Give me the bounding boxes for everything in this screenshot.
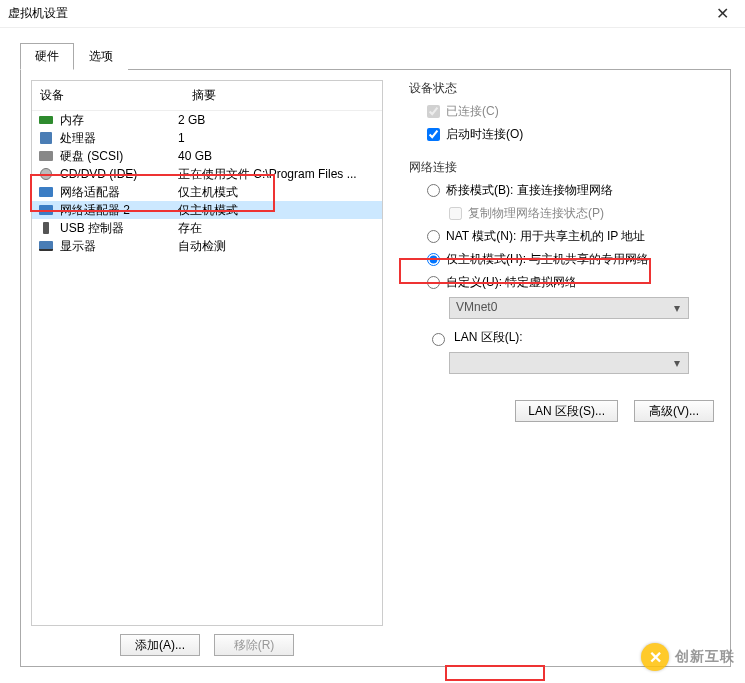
- device-name: 内存: [60, 112, 84, 129]
- device-row-display[interactable]: 显示器 自动检测: [32, 237, 382, 255]
- radio-lan-segment[interactable]: [432, 333, 445, 346]
- device-name: 硬盘 (SCSI): [60, 148, 123, 165]
- connected-label: 已连接(C): [446, 103, 499, 120]
- right-panel: 设备状态 已连接(C) 启动时连接(O) 网络连接 桥接模式(B): 直接连接物…: [403, 80, 720, 656]
- device-summary: 仅主机模式: [178, 202, 376, 219]
- watermark-text: 创新互联: [675, 648, 735, 666]
- device-name: 处理器: [60, 130, 96, 147]
- connect-at-power-row: 启动时连接(O): [427, 126, 714, 143]
- device-summary: 存在: [178, 220, 376, 237]
- radio-nat[interactable]: [427, 230, 440, 243]
- device-header-summary: 摘要: [192, 87, 216, 104]
- display-icon: [38, 239, 54, 253]
- replicate-checkbox: [449, 207, 462, 220]
- radio-bridged-row: 桥接模式(B): 直接连接物理网络: [427, 182, 714, 199]
- close-icon[interactable]: ✕: [708, 4, 737, 23]
- lan-segments-button[interactable]: LAN 区段(S)...: [515, 400, 618, 422]
- device-row-usb[interactable]: USB 控制器 存在: [32, 219, 382, 237]
- highlight-bottom: [445, 665, 545, 681]
- watermark: ✕ 创新互联: [641, 643, 735, 671]
- replicate-label: 复制物理网络连接状态(P): [468, 205, 604, 222]
- device-summary: 正在使用文件 C:\Program Files ...: [178, 166, 376, 183]
- window-title: 虚拟机设置: [8, 5, 708, 22]
- tab-content: 设备 摘要 内存 2 GB 处理器 1 硬盘 (SCSI) 40 GB CD/D…: [20, 69, 731, 667]
- device-name: 网络适配器 2: [60, 202, 130, 219]
- device-list: 设备 摘要 内存 2 GB 处理器 1 硬盘 (SCSI) 40 GB CD/D…: [31, 80, 383, 626]
- device-name: 显示器: [60, 238, 96, 255]
- network-icon: [38, 203, 54, 217]
- watermark-icon: ✕: [641, 643, 669, 671]
- advanced-button[interactable]: 高级(V)...: [634, 400, 714, 422]
- device-row-net1[interactable]: 网络适配器 仅主机模式: [32, 183, 382, 201]
- connected-checkbox-row: 已连接(C): [427, 103, 714, 120]
- device-summary: 自动检测: [178, 238, 376, 255]
- add-button[interactable]: 添加(A)...: [120, 634, 200, 656]
- connect-at-power-checkbox[interactable]: [427, 128, 440, 141]
- lan-segment-row: LAN 区段(L):: [427, 329, 714, 346]
- memory-icon: [38, 113, 54, 127]
- device-header-device: 设备: [40, 87, 192, 104]
- device-header: 设备 摘要: [32, 81, 382, 111]
- network-icon: [38, 185, 54, 199]
- radio-hostonly-label[interactable]: 仅主机模式(H): 与主机共享的专用网络: [446, 251, 649, 268]
- usb-icon: [38, 221, 54, 235]
- radio-hostonly[interactable]: [427, 253, 440, 266]
- radio-custom[interactable]: [427, 276, 440, 289]
- tab-options[interactable]: 选项: [74, 43, 128, 70]
- radio-custom-row: 自定义(U): 特定虚拟网络: [427, 274, 714, 291]
- tab-hardware[interactable]: 硬件: [20, 43, 74, 70]
- lan-segment-label[interactable]: LAN 区段(L):: [454, 329, 523, 346]
- left-panel: 设备 摘要 内存 2 GB 处理器 1 硬盘 (SCSI) 40 GB CD/D…: [31, 80, 383, 656]
- cpu-icon: [38, 131, 54, 145]
- radio-nat-row: NAT 模式(N): 用于共享主机的 IP 地址: [427, 228, 714, 245]
- radio-bridged[interactable]: [427, 184, 440, 197]
- disk-icon: [38, 149, 54, 163]
- right-buttons: LAN 区段(S)... 高级(V)...: [409, 400, 714, 422]
- remove-button: 移除(R): [214, 634, 294, 656]
- device-name: CD/DVD (IDE): [60, 167, 137, 181]
- device-name: 网络适配器: [60, 184, 120, 201]
- device-summary: 仅主机模式: [178, 184, 376, 201]
- left-bottom-buttons: 添加(A)... 移除(R): [31, 634, 383, 656]
- device-summary: 40 GB: [178, 149, 376, 163]
- device-status-title: 设备状态: [409, 80, 714, 97]
- tab-strip: 硬件 选项: [0, 28, 745, 69]
- device-summary: 2 GB: [178, 113, 376, 127]
- vmnet-select: VMnet0: [449, 297, 689, 319]
- device-row-cpu[interactable]: 处理器 1: [32, 129, 382, 147]
- radio-nat-label[interactable]: NAT 模式(N): 用于共享主机的 IP 地址: [446, 228, 645, 245]
- lan-segment-select: [449, 352, 689, 374]
- radio-hostonly-row: 仅主机模式(H): 与主机共享的专用网络: [427, 251, 714, 268]
- device-summary: 1: [178, 131, 376, 145]
- connected-checkbox: [427, 105, 440, 118]
- network-connection-title: 网络连接: [409, 159, 714, 176]
- device-row-net2[interactable]: 网络适配器 2 仅主机模式: [32, 201, 382, 219]
- cd-icon: [38, 167, 54, 181]
- title-bar: 虚拟机设置 ✕: [0, 0, 745, 28]
- device-row-disk[interactable]: 硬盘 (SCSI) 40 GB: [32, 147, 382, 165]
- device-name: USB 控制器: [60, 220, 124, 237]
- radio-bridged-label[interactable]: 桥接模式(B): 直接连接物理网络: [446, 182, 613, 199]
- radio-custom-label[interactable]: 自定义(U): 特定虚拟网络: [446, 274, 577, 291]
- replicate-row: 复制物理网络连接状态(P): [449, 205, 714, 222]
- connect-at-power-label[interactable]: 启动时连接(O): [446, 126, 523, 143]
- device-row-memory[interactable]: 内存 2 GB: [32, 111, 382, 129]
- device-row-cd[interactable]: CD/DVD (IDE) 正在使用文件 C:\Program Files ...: [32, 165, 382, 183]
